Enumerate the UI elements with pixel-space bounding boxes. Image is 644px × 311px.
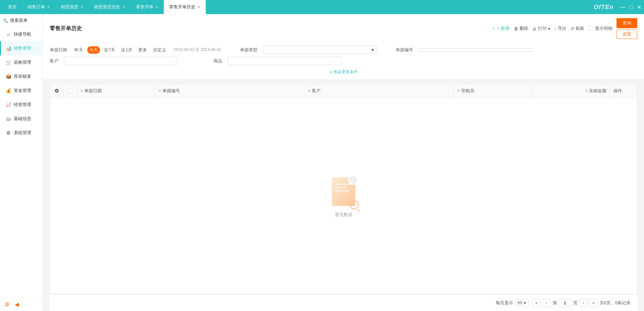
date-opt-more[interactable]: 更多 [136,46,149,54]
tab-sales-return-label: 销货退货 [61,4,78,10]
doc-type-select[interactable]: ▾ [263,46,377,54]
th-guide[interactable]: ⇅ 导购员 [454,84,532,97]
toolbar-btn-add[interactable]: ＋ + 新增 [491,25,509,32]
th-ops: 操作 [610,84,637,97]
date-range-display: 2023-06-02 至 2023-06-02 [174,47,221,53]
per-page-select[interactable]: 50 ▾ [515,299,528,306]
goods-ellipsis: ··· [335,58,339,63]
operations-icon: 📈 [6,102,11,107]
sidebar-settings-icon[interactable]: ⚙ [5,301,9,308]
th-doc-date[interactable]: ⇅ 单据日期 [77,84,155,97]
quick-nav-icon: ⌂ [6,32,11,37]
sidebar-search[interactable]: 🔍 搜索菜单 [0,14,43,27]
date-opt-custom[interactable]: 自定义 [151,46,168,54]
th-checkbox[interactable] [63,84,77,97]
tab-sales-order-close[interactable]: ✕ [47,5,50,9]
query-button[interactable]: 查询 [616,18,637,28]
tab-sales-order[interactable]: 销售订单 ✕ [22,0,55,14]
prev-page-btn[interactable]: ‹ [543,299,551,307]
per-page-control: 每页显示 50 ▾ [496,299,528,306]
tab-retail-open-history[interactable]: 零售开单历史 ✕ [164,0,206,14]
next-page-btn[interactable]: › [580,299,588,307]
sidebar-item-quick-nav-label: 快捷导航 [14,31,31,37]
print-icon: 🖨 [532,26,537,31]
sidebar-item-sys-mgmt-label: 系统管理 [14,130,31,136]
tab-retail-open-close[interactable]: ✕ [155,5,158,9]
sidebar-item-finance[interactable]: 💰 资金管理 [0,84,43,98]
th-amount[interactable]: ⇅ 实销金额 [532,84,610,97]
toolbar-btn-print[interactable]: 🖨 打印 ▾ [532,25,550,32]
sidebar-item-base-info[interactable]: 🗂 基础信息 [0,112,43,126]
sidebar-item-purchase-mgmt-label: 采购管理 [14,59,31,65]
page-suffix: 页 [573,300,578,306]
sidebar-item-base-info-label: 基础信息 [14,116,31,122]
sidebar-item-sales-mgmt[interactable]: 📊 销售管理 [0,41,43,55]
refresh-icon: ↺ [571,26,574,31]
sidebar-item-finance-label: 资金管理 [14,88,31,94]
doc-type-label: 单据类型 [240,47,257,53]
sidebar-item-operations-label: 经营管理 [14,102,31,108]
last-page-btn[interactable]: » [590,299,598,307]
toolbar-btn-export[interactable]: ↑ 导出 [554,25,567,32]
date-filter-label: 单据日期 [50,47,67,53]
sidebar-item-operations[interactable]: 📈 经营管理 [0,98,43,112]
table-settings-btn[interactable]: ⚙ [50,84,63,97]
doc-no-label: 单据编号 [396,47,413,53]
window-close[interactable]: ✕ [637,4,641,10]
tab-sales-return[interactable]: 销货退货 ✕ [55,0,89,14]
sidebar-collapse-icon[interactable]: ◀ [15,301,19,308]
sidebar-item-purchase-mgmt[interactable]: 🛒 采购管理 [0,55,43,69]
date-opt-today[interactable]: 今天 [87,46,100,54]
date-opt-last-month[interactable]: 近1月 [119,46,134,54]
toolbar-btn-display-detail[interactable]: 显示明细 [588,25,612,32]
date-opt-yesterday[interactable]: 昨天 [72,46,85,54]
tab-retail-open-history-close[interactable]: ✕ [197,5,200,9]
inventory-icon: 📦 [6,74,11,79]
window-minimize[interactable]: — [620,4,626,10]
sort-customer-icon: ⇅ [308,89,310,93]
first-page-btn[interactable]: « [533,299,541,307]
sort-guide-icon: ⇅ [457,89,460,93]
toolbar-btn-refresh[interactable]: ↺ 刷新 [571,25,584,32]
tab-retail-open-label: 零售开单 [136,4,153,10]
page-label: 第 [553,300,557,306]
base-info-icon: 🗂 [6,116,11,121]
sys-mgmt-icon: ⚙ [6,130,11,136]
collapse-icon: ∧ [329,70,332,74]
customer-input[interactable]: ··· [64,57,178,65]
date-opt-last7[interactable]: 近7天 [102,46,117,54]
goods-input[interactable]: ··· [228,57,342,65]
doc-type-dropdown-icon: ▾ [371,47,374,52]
toolbar-btn-delete[interactable]: 🗑 🗑 删除 删除 [514,25,528,32]
tab-retail-open[interactable]: 零售开单 ✕ [131,0,164,14]
sidebar-item-inventory[interactable]: 📦 库存核算 [0,69,43,84]
settings-button[interactable]: 设置 [616,30,637,39]
tab-sales-return-history-label: 销货退货历史 [94,4,120,10]
tab-home[interactable]: 首页 [3,0,22,14]
checkbox-display-detail[interactable] [588,26,593,31]
export-icon: ↑ [554,26,557,31]
page-input-group: 第 页 [553,299,578,307]
tab-retail-open-history-label: 零售开单历史 [169,4,195,10]
tab-sales-return-history[interactable]: 销货退货历史 ✕ [89,0,131,14]
delete-icon: 🗑 [514,26,518,31]
th-doc-no[interactable]: ⇅ 单据编号 [155,84,304,97]
select-all-checkbox[interactable] [68,89,72,93]
sort-amount-icon: ⇅ [585,89,588,93]
pagination-controls: « ‹ 第 页 › » 共0页，0条记录 [533,299,631,307]
page-input[interactable] [558,299,572,307]
tab-sales-return-close[interactable]: ✕ [80,5,83,9]
doc-no-input[interactable] [418,48,533,52]
sidebar-item-sys-mgmt[interactable]: ⚙ 系统管理 [0,126,43,140]
sidebar-item-quick-nav[interactable]: ⌂ 快捷导航 [0,27,43,41]
per-page-value: 50 [517,300,522,305]
tab-sales-return-history-close[interactable]: ✕ [122,5,125,9]
sort-doc-date-icon: ⇅ [80,89,83,93]
th-customer[interactable]: ⇅ 客户 [304,84,454,97]
customer-ellipsis: ··· [171,58,175,63]
collapse-more-conditions[interactable]: ∧ 收起更多条件 [50,68,637,76]
page-title: 零售开单历史 [50,25,82,32]
table-settings-icon: ⚙ [54,88,59,94]
per-page-label: 每页显示 [496,300,513,306]
window-maximize[interactable]: □ [630,4,633,10]
